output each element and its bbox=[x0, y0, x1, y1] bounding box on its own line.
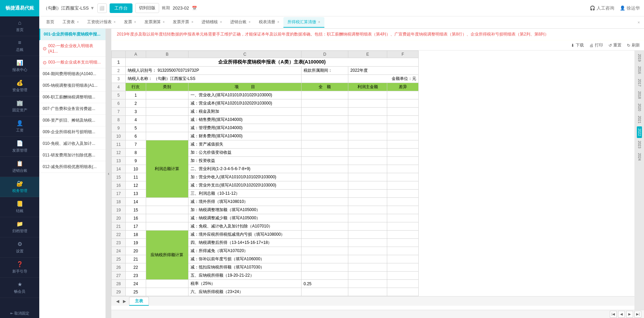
close-all-btn[interactable]: × bbox=[636, 20, 641, 25]
tab-salary-report[interactable]: 工资统计报表 × bbox=[83, 17, 120, 28]
row-number: 1 bbox=[112, 58, 126, 67]
category-cell bbox=[146, 288, 188, 296]
tab-invoice-calc[interactable]: 发票测算 × bbox=[140, 17, 169, 28]
tab-close-icon[interactable]: × bbox=[277, 20, 279, 24]
sidebar-item-invoice[interactable]: 📄 发票管理 bbox=[0, 137, 39, 157]
tab-home[interactable]: 首页 bbox=[42, 17, 58, 28]
tab-invoice-open[interactable]: 发票开票 × bbox=[169, 17, 197, 28]
sidebar-item-salary[interactable]: 👤 工资 bbox=[0, 116, 39, 137]
collapse-panel-btn[interactable]: ‹ bbox=[106, 29, 111, 318]
sidebar-item-settings[interactable]: ⚙ 设置 bbox=[0, 237, 39, 258]
tab-salary[interactable]: 工资表 × bbox=[58, 17, 83, 28]
timeline-year-2017[interactable]: 2017 bbox=[637, 77, 642, 88]
tab-purchase-check[interactable]: 进销稽核 × bbox=[197, 17, 226, 28]
diff-cell bbox=[387, 231, 419, 239]
amount-cell bbox=[301, 124, 348, 132]
nav-next-btn[interactable]: ▶ bbox=[626, 311, 633, 318]
company-selector[interactable]: （勾删）江西服宝-LSS ▼ bbox=[43, 5, 95, 11]
amount-cell: 0.25 bbox=[301, 280, 348, 288]
form-list-item-005[interactable]: 005-纳税调整项目明细表(A1... bbox=[39, 80, 106, 92]
form-list-item-004[interactable]: 004-期间费用明细表(A1040... bbox=[39, 68, 106, 80]
ai-service[interactable]: 🎧 人工咨询 bbox=[590, 5, 614, 11]
tab-close-icon[interactable]: × bbox=[318, 20, 320, 24]
timeline-year-2022[interactable]: 2022 bbox=[637, 126, 642, 138]
refresh-button[interactable]: ↻ 刷新 bbox=[627, 42, 640, 48]
tab-invoice[interactable]: 发票 × bbox=[120, 17, 140, 28]
download-button[interactable]: ⬇ 下载 bbox=[571, 42, 584, 48]
form-list-item-011[interactable]: 011-研发费用加计扣除优惠... bbox=[39, 150, 106, 161]
timeline-year-2024[interactable]: 2024 bbox=[637, 151, 642, 163]
sidebar-item-home[interactable]: ⌂ 首页 bbox=[0, 16, 39, 36]
spreadsheet-container[interactable]: A B C D E F bbox=[111, 51, 634, 310]
sidebar-item-ledger[interactable]: ≡ 总账 bbox=[0, 36, 39, 56]
tab-close-icon[interactable]: × bbox=[220, 20, 222, 24]
download-icon: ⬇ bbox=[571, 43, 574, 48]
sidebar-item-closing[interactable]: 📒 结账 bbox=[0, 197, 39, 217]
form-list-item-002[interactable]: ⊙ 002-一般企业收入明细表(A1... bbox=[39, 40, 106, 57]
company-cell: 纳税人名称： （勾删）江西服宝-LSS bbox=[126, 75, 302, 83]
tab-income-tax[interactable]: 所得税汇算清缴 × bbox=[283, 17, 324, 28]
form-list-item-007[interactable]: 007-广告费和业务宣传费超... bbox=[39, 103, 106, 115]
timeline-year-2021[interactable]: 2021 bbox=[637, 114, 642, 125]
sidebar-item-finance[interactable]: 💰 资金管理 bbox=[0, 76, 39, 96]
profit-cell bbox=[348, 157, 387, 165]
nav-first-btn[interactable]: |◀ bbox=[610, 311, 617, 318]
sidebar-item-tax[interactable]: 🔐 税务管理 bbox=[0, 177, 39, 197]
form-list-item-001[interactable]: 001-企业所得税年度纳税申报... bbox=[39, 29, 106, 40]
switch-version-button[interactable]: 切到旧版 bbox=[135, 3, 159, 13]
form-list-item-012[interactable]: 012-减免所得税优惠明细表(... bbox=[39, 161, 106, 173]
company-name: （勾删）江西服宝-LSS bbox=[43, 5, 89, 11]
sidebar-item-label: 税务管理 bbox=[12, 188, 27, 193]
sidebar-item-assets[interactable]: 🏢 固定资产 bbox=[0, 96, 39, 116]
sheet-nav-right[interactable]: ▶ bbox=[121, 298, 128, 305]
profit-cell bbox=[348, 190, 387, 198]
form-list-item-003[interactable]: ⊙ 003-一般企业成本支出明细... bbox=[39, 57, 106, 68]
form-list-item-008[interactable]: 008-资产折旧、摊销及纳税... bbox=[39, 115, 106, 126]
form-list-item-009[interactable]: 009-企业所得税补亏损明细... bbox=[39, 126, 106, 138]
warning-dot-icon: ⊙ bbox=[43, 46, 47, 51]
pin-sidebar-btn[interactable]: ⇤ 取消固定 bbox=[0, 309, 39, 318]
user-profile[interactable]: 👤 徐运华 bbox=[620, 5, 640, 11]
tab-tax-clearance[interactable]: 税表清册 × bbox=[255, 17, 283, 28]
calendar-icon[interactable]: 📅 bbox=[192, 6, 197, 11]
timeline-year-2019[interactable]: 2019 bbox=[637, 52, 642, 64]
seq-cell: 10 bbox=[126, 165, 146, 173]
nav-last-btn[interactable]: ▶| bbox=[634, 311, 641, 318]
timeline-year-2018[interactable]: 2018 bbox=[637, 89, 642, 101]
tab-close-icon[interactable]: × bbox=[163, 20, 165, 24]
tab-close-icon[interactable]: × bbox=[77, 20, 79, 24]
timeline-year-2016[interactable]: 2016 bbox=[637, 64, 642, 76]
sidebar-item-member[interactable]: ★ 畅会员 bbox=[0, 278, 39, 298]
tab-close-icon[interactable]: × bbox=[191, 20, 193, 24]
nav-prev-btn[interactable]: ◀ bbox=[618, 311, 625, 318]
row-number: 12 bbox=[112, 149, 126, 157]
form-label: 003-一般企业成本支出明细... bbox=[48, 59, 101, 65]
period-value-cell: 2022年度 bbox=[348, 67, 419, 75]
timeline-year-2020[interactable]: 2020 bbox=[637, 101, 642, 113]
tab-close-icon[interactable]: × bbox=[134, 20, 136, 24]
company-icon-btn[interactable]: ⬜ bbox=[97, 3, 107, 13]
sheet-tab-main[interactable]: 主表 bbox=[129, 297, 149, 306]
sidebar-item-guide[interactable]: ❓ 新手引导 bbox=[0, 258, 39, 278]
sidebar-item-archive[interactable]: 📁 归档管理 bbox=[0, 217, 39, 237]
table-row: 1 企业所得税年度纳税申报表（A类）主表(A100000) bbox=[112, 58, 419, 67]
form-list-item-010[interactable]: 010-免税、减计收入及加计... bbox=[39, 138, 106, 150]
sidebar-item-label: 报表中心 bbox=[12, 67, 27, 72]
row-number: 6 bbox=[112, 99, 126, 108]
workbench-button[interactable]: 工作台 bbox=[110, 3, 132, 13]
tab-label: 工资表 bbox=[62, 19, 75, 25]
sidebar-item-reports[interactable]: 📊 报表中心 bbox=[0, 56, 39, 76]
tab-close-icon[interactable]: × bbox=[249, 20, 251, 24]
print-button[interactable]: 🖨 打印 bbox=[589, 42, 603, 48]
row-number: 10 bbox=[112, 132, 126, 140]
tab-purchase-ledger[interactable]: 进销台账 × bbox=[226, 17, 255, 28]
sidebar-item-purchases[interactable]: 📋 进销台账 bbox=[0, 157, 39, 177]
timeline-year-2023[interactable]: 2023 bbox=[637, 139, 642, 150]
reset-button[interactable]: ↺ 重置 bbox=[608, 42, 621, 48]
settings-icon: ⚙ bbox=[17, 241, 22, 247]
row-number: 16 bbox=[112, 181, 126, 190]
sheet-nav-left[interactable]: ◀ bbox=[114, 298, 121, 305]
tab-close-icon[interactable]: × bbox=[114, 20, 116, 24]
form-list-item-006[interactable]: 006-职工薪酬纳税调整明细... bbox=[39, 92, 106, 103]
col-header-a: A bbox=[126, 51, 146, 58]
